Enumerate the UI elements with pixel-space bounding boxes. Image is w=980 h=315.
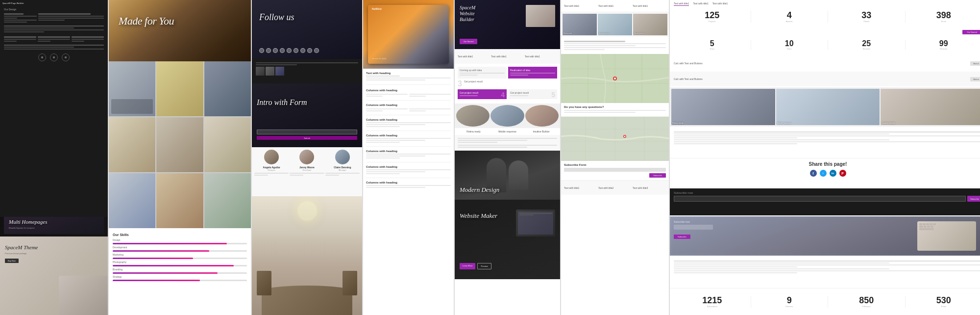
spacem-theme-desc: Premium theme package [5,252,38,255]
photo-inner [156,117,203,172]
overlay-label: Subscribe now [674,220,713,223]
facebook-icon[interactable]: f [810,170,817,177]
line [564,43,666,44]
stat-4: 4 Awards [751,11,829,23]
step-1: Coming up with idea [458,67,507,79]
line [38,39,70,40]
bottom-numbers-row: 1215 Subscribers 9 Partners 850 Follower… [674,290,980,313]
skill-label: Design [113,238,247,241]
text-2: Text with title1 [598,4,632,7]
form-input[interactable] [257,130,357,134]
nav-logo: SpaceM Page Builder [2,2,24,4]
img-label: Mobile response [777,122,791,124]
icons-row [4,53,104,61]
img-label: Retina ready [672,122,684,124]
line [366,110,383,111]
made-for-you-label: Made for You [119,15,174,27]
tab-1[interactable]: Text with title1 [693,2,708,6]
share-section: Share this page! f t in P [670,158,980,187]
thumbnails-row [256,67,358,76]
stat-n: 10 [751,40,828,48]
text-title-row-1: Text with title1 Text with title1 Text w… [455,49,560,64]
collage-photo-8 [156,173,203,228]
text-with-title1: Text with title1 [564,186,597,189]
social-icon-circle[interactable] [300,48,305,53]
social-icons-row [259,48,319,53]
form-submit[interactable]: Submit [257,136,357,140]
twitter-icon[interactable]: t [820,170,827,177]
nav-tabs: Text with title1 Text with title1 Text w… [674,2,980,6]
stat-5: 5 Years [674,40,751,50]
line [366,96,383,97]
overlay-btn[interactable]: Subscribe [674,235,690,239]
social-icon-circle[interactable] [294,48,298,53]
skill-bar-bg [113,280,247,281]
sub-input[interactable] [674,196,966,202]
multi-subtitle: Beautiful layouts for everyone [9,227,48,229]
content-row-5: Columns with heading [366,134,451,147]
dark-content-strip [252,59,362,83]
cols [366,107,451,112]
social-icon-circle[interactable] [280,48,285,53]
card-shape: NatWest •••• •••• •••• 1234 [368,5,449,64]
demo-btn[interactable]: Button [970,61,980,66]
tab-active[interactable]: Text with title1 [674,2,689,6]
questions-block: Do you have any questions? [561,103,669,117]
stat-l: Reviews [906,48,980,50]
key [919,223,922,225]
line [460,75,478,76]
text-with-title-btn1: Calc with Text and Buttons [674,62,970,65]
line [674,262,889,263]
social-icon-circle[interactable] [259,48,264,53]
theme-button[interactable]: Buy Now [5,259,19,263]
collage-photo-7 [109,173,155,228]
subscribe-input[interactable] [564,168,666,172]
line [366,156,425,157]
wb-cta-button[interactable]: Get Started [460,39,477,44]
line [674,133,889,134]
cta-btn[interactable]: Get Started [962,30,980,34]
skill-6: Strategy [113,275,247,281]
stat-num-530: 530 [906,296,980,305]
stat-l: Services [828,48,905,50]
made-for-you-text: Made for You [119,15,174,27]
line [38,18,104,19]
content-columns [4,12,104,24]
avatar-3 [335,150,350,164]
stat-label-9: Partners [751,305,828,308]
content-block [561,37,669,54]
line [366,124,425,125]
social-icon-circle[interactable] [266,48,271,53]
content-row2 [4,35,104,43]
social-icon-circle[interactable] [314,48,319,53]
linkedin-icon[interactable]: in [830,170,836,177]
stat-label-398: Hours [906,20,980,23]
line [674,264,980,265]
big-numbers-row: 125 Projects 4 Awards 33 Clients 398 Hou… [674,8,980,25]
line [4,41,17,42]
wm-button-primary[interactable]: Learn More [460,263,475,269]
stat-label-1215: Subscribers [674,305,751,308]
key [930,223,932,225]
made-for-you-section: Made for You [109,0,251,315]
tab-2[interactable]: Text with title1 [712,2,728,6]
social-icon-circle[interactable] [273,48,278,53]
text-with-title2: Text with title2 [598,186,632,189]
line [510,73,555,74]
icon-circle [62,53,70,61]
sub-btn[interactable]: Subscribe [967,196,980,202]
subscribe-button[interactable]: Subscribe [649,173,666,178]
line [409,108,451,109]
map-bg-2 [561,117,669,161]
social-icon-circle[interactable] [287,48,292,53]
wm-button-secondary[interactable]: Preview [477,263,491,269]
content-row-8: Columns with heading [366,181,451,188]
line [256,62,358,63]
pinterest-icon[interactable]: P [839,170,846,177]
line [366,140,425,141]
overlay-input[interactable] [674,225,713,230]
map-bg [561,54,669,103]
demo-btn2[interactable]: Button [970,77,980,81]
text-with-title3: Text with title3 [633,186,666,189]
social-icon-circle[interactable] [307,48,312,53]
